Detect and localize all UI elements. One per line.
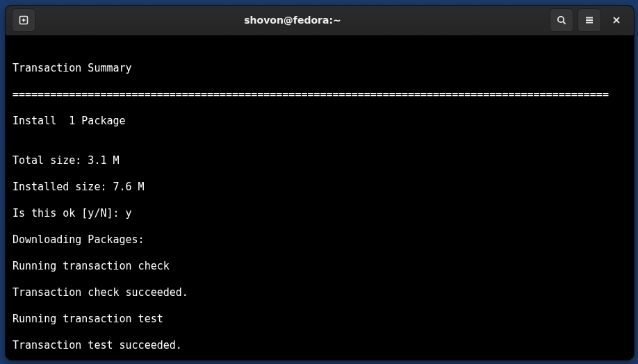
output-line: Transaction test succeeded. bbox=[13, 339, 627, 352]
output-line: Downloading Packages: bbox=[13, 233, 627, 247]
output-line: Is this ok [y/N]: y bbox=[13, 207, 627, 220]
new-tab-icon bbox=[18, 15, 29, 26]
output-line: Installed size: 7.6 M bbox=[13, 181, 627, 194]
close-icon bbox=[612, 15, 621, 25]
search-button[interactable] bbox=[550, 8, 573, 32]
search-icon bbox=[556, 15, 567, 26]
terminal-window: shovon@fedora:~ bbox=[5, 5, 635, 361]
new-tab-button[interactable] bbox=[12, 8, 35, 32]
output-line: Total size: 3.1 M bbox=[13, 154, 627, 167]
svg-line-4 bbox=[563, 22, 565, 24]
window-title: shovon@fedora:~ bbox=[38, 15, 548, 26]
hamburger-icon bbox=[584, 15, 595, 26]
output-line: Transaction Summary bbox=[13, 62, 627, 75]
output-line: Running transaction test bbox=[13, 313, 627, 326]
menu-button[interactable] bbox=[578, 8, 601, 32]
titlebar-right-group bbox=[548, 8, 630, 32]
titlebar: shovon@fedora:~ bbox=[6, 6, 634, 35]
output-line: Transaction check succeeded. bbox=[13, 286, 627, 299]
close-button[interactable] bbox=[605, 9, 628, 31]
terminal-body[interactable]: Transaction Summary ====================… bbox=[6, 35, 634, 360]
output-line: Running transaction check bbox=[13, 260, 627, 273]
output-line: Install 1 Package bbox=[13, 115, 627, 128]
svg-point-3 bbox=[558, 17, 564, 22]
output-divider: ========================================… bbox=[13, 88, 627, 101]
